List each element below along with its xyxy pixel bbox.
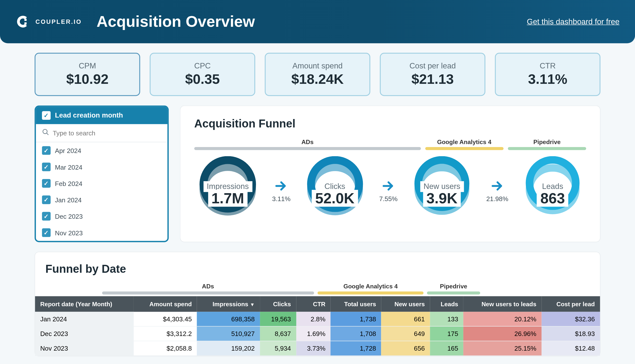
cell-impressions: 698,358 xyxy=(197,312,260,326)
brand-name: COUPLER.IO xyxy=(36,18,82,25)
kpi-cpm[interactable]: CPM$10.92 xyxy=(35,53,140,96)
kpi-value: $10.92 xyxy=(40,72,135,88)
conversion-arrow: 3.11% xyxy=(272,178,290,202)
cell-clicks: 5,934 xyxy=(260,341,296,356)
col-header[interactable]: Cost per lead xyxy=(541,296,600,312)
cell-date: Dec 2023 xyxy=(35,326,134,341)
search-input[interactable] xyxy=(53,129,162,136)
filter-item-label: Nov 2023 xyxy=(55,229,83,236)
cell-nu2l: 26.96% xyxy=(463,326,541,341)
stage-value: 52.0K xyxy=(312,190,358,207)
funnel-stage-new-users: New users3.9K xyxy=(408,156,475,225)
filter-item-label: Dec 2023 xyxy=(55,212,83,220)
brand-logo: COUPLER.IO Acquisition Overview xyxy=(16,13,255,31)
filter-item-label: Apr 2024 xyxy=(55,147,81,154)
cell-leads: 175 xyxy=(430,326,463,341)
kpi-ctr[interactable]: CTR3.11% xyxy=(495,53,600,96)
arrow-right-icon xyxy=(274,178,288,193)
table-row: Dec 2023$3,312.2510,9278,6371.69%1,70864… xyxy=(35,326,600,341)
col-header[interactable]: New users to leads xyxy=(463,296,541,312)
table-row: Nov 2023$2,058.8159,2025,9343.73%1,72865… xyxy=(35,341,600,356)
svg-rect-0 xyxy=(24,18,27,21)
filter-item-label: Mar 2024 xyxy=(55,163,82,170)
cell-total-users: 1,708 xyxy=(331,326,381,341)
table-title: Funnel by Date xyxy=(35,262,600,283)
filter-item[interactable]: ✓Apr 2024 xyxy=(36,142,167,159)
cell-nu2l: 20.12% xyxy=(463,312,541,326)
table-card: Funnel by Date ADs Google Analytics 4 Pi… xyxy=(35,252,600,356)
tseg-ads: ADs xyxy=(202,283,214,290)
checkbox-icon[interactable]: ✓ xyxy=(42,111,51,120)
col-header[interactable]: Report date (Year Month) xyxy=(35,296,134,312)
kpi-value: $21.13 xyxy=(385,72,480,88)
kpi-row: CPM$10.92CPC$0.35Amount spend$18.24KCost… xyxy=(0,43,635,96)
cta-link[interactable]: Get this dashboard for free xyxy=(527,17,619,26)
segment-ga4: Google Analytics 4 xyxy=(437,138,491,145)
checkbox-icon[interactable]: ✓ xyxy=(42,212,51,221)
logo-icon xyxy=(16,14,30,29)
cell-new-users: 661 xyxy=(381,312,430,326)
filter-item[interactable]: ✓Mar 2024 xyxy=(36,159,167,175)
kpi-value: $0.35 xyxy=(155,72,250,88)
kpi-value: 3.11% xyxy=(500,72,595,88)
checkbox-icon[interactable]: ✓ xyxy=(42,228,51,237)
cell-date: Nov 2023 xyxy=(35,341,134,356)
kpi-label: CPM xyxy=(40,62,135,71)
funnel-stage-clicks: Clicks52.0K xyxy=(301,156,368,225)
filter-search[interactable] xyxy=(36,124,167,142)
cell-ctr: 3.73% xyxy=(296,341,331,356)
conversion-rate: 7.55% xyxy=(379,195,398,202)
cell-date: Jan 2024 xyxy=(35,312,134,326)
filter-item[interactable]: ✓Feb 2024 xyxy=(36,175,167,192)
col-header[interactable]: Amount spend xyxy=(134,296,197,312)
filter-header[interactable]: ✓ Lead creation month xyxy=(36,107,167,124)
col-header[interactable]: Impressions▼ xyxy=(197,296,260,312)
cell-ctr: 1.69% xyxy=(296,326,331,341)
funnel-segments: ADs Google Analytics 4 Pipedrive xyxy=(194,138,586,150)
kpi-cost-per-lead[interactable]: Cost per lead$21.13 xyxy=(380,53,485,96)
cell-total-users: 1,728 xyxy=(331,341,381,356)
cell-clicks: 8,637 xyxy=(260,326,296,341)
filter-item-label: Jan 2024 xyxy=(55,196,82,204)
kpi-label: Amount spend xyxy=(270,62,365,71)
cell-new-users: 656 xyxy=(381,341,430,356)
cell-cpl: $12.48 xyxy=(541,341,600,356)
kpi-label: CTR xyxy=(500,62,595,71)
funnel-stage-leads: Leads863 xyxy=(519,156,586,225)
cell-cpl: $18.93 xyxy=(541,326,600,341)
table-segments: ADs Google Analytics 4 Pipedrive xyxy=(35,283,600,296)
col-header[interactable]: CTR xyxy=(296,296,331,312)
funnel-stage-impressions: Impressions1.7M xyxy=(194,156,261,225)
col-header[interactable]: Clicks xyxy=(260,296,296,312)
filter-item[interactable]: ✓Dec 2023 xyxy=(36,208,167,224)
funnel-table: Report date (Year Month)Amount spendImpr… xyxy=(35,296,600,356)
col-header[interactable]: Leads xyxy=(430,296,463,312)
table-row: Jan 2024$4,303.45698,35819,5632.8%1,7386… xyxy=(35,312,600,326)
cell-impressions: 159,202 xyxy=(197,341,260,356)
kpi-label: Cost per lead xyxy=(385,62,480,71)
filter-item[interactable]: ✓Nov 2023 xyxy=(36,224,167,241)
checkbox-icon[interactable]: ✓ xyxy=(42,179,51,188)
funnel-rings: Impressions1.7M3.11%Clicks52.0K7.55%New … xyxy=(194,156,586,225)
stage-value: 863 xyxy=(537,190,568,207)
checkbox-icon[interactable]: ✓ xyxy=(42,196,51,204)
sort-desc-icon: ▼ xyxy=(250,302,255,307)
col-header[interactable]: New users xyxy=(381,296,430,312)
kpi-cpc[interactable]: CPC$0.35 xyxy=(150,53,255,96)
page-title: Acquisition Overview xyxy=(97,13,255,31)
kpi-value: $18.24K xyxy=(270,72,365,88)
checkbox-icon[interactable]: ✓ xyxy=(42,163,51,171)
cell-cpl: $32.36 xyxy=(541,312,600,326)
stage-value: 1.7M xyxy=(208,190,248,207)
cell-leads: 133 xyxy=(430,312,463,326)
cell-spend: $4,303.45 xyxy=(134,312,197,326)
filter-item[interactable]: ✓Jan 2024 xyxy=(36,192,167,208)
svg-line-3 xyxy=(47,133,48,135)
segment-ads: ADs xyxy=(301,138,314,145)
stage-value: 3.9K xyxy=(423,190,461,207)
checkbox-icon[interactable]: ✓ xyxy=(42,146,51,155)
cell-total-users: 1,738 xyxy=(331,312,381,326)
cell-ctr: 2.8% xyxy=(296,312,331,326)
col-header[interactable]: Total users xyxy=(331,296,381,312)
kpi-amount-spend[interactable]: Amount spend$18.24K xyxy=(265,53,370,96)
